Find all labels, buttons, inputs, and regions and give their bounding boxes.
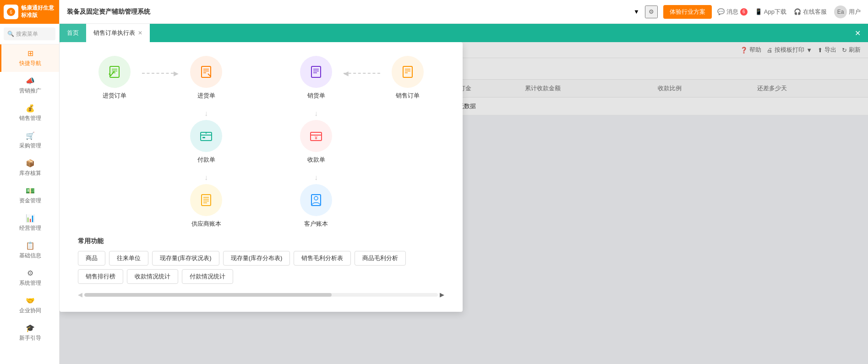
search-menu-button[interactable]: 🔍 搜索菜单 bbox=[4, 27, 55, 40]
func-buttons: 商品 往来单位 现存量(库存状况表) 现存量(库存分布表) 销售毛利分析表 商品… bbox=[78, 251, 444, 266]
system-dropdown[interactable]: ▼ bbox=[633, 8, 639, 15]
func-btn-sales-profit[interactable]: 销售毛利分析表 bbox=[294, 251, 351, 266]
tab-close-icon[interactable]: ✕ bbox=[138, 30, 142, 36]
sidebar-item-purchase[interactable]: 🛒 采购管理 bbox=[0, 127, 59, 154]
header-actions: 💬 消息 6 📱 App下载 🎧 在线客服 Ea 用户 bbox=[717, 5, 861, 18]
app-download-action[interactable]: 📱 App下载 bbox=[755, 8, 786, 16]
sidebar: 6 畅康通好生意 标准版 🔍 搜索菜单 ⊞ 快捷导航 📣 营销推广 💰 bbox=[0, 0, 60, 364]
inventory-icon: 📦 bbox=[26, 159, 35, 168]
logo-icon: 6 bbox=[4, 5, 18, 19]
service-icon: 🎧 bbox=[794, 8, 801, 15]
down-arrow-supplier: ↓ bbox=[204, 171, 208, 184]
func-btn-inventory-status[interactable]: 现存量(库存状况表) bbox=[152, 251, 219, 266]
marketing-icon: 📣 bbox=[26, 76, 35, 85]
sidebar-item-system[interactable]: ⚙ 系统管理 bbox=[0, 264, 59, 292]
message-badge: 6 bbox=[740, 8, 748, 16]
customer-ledger-icon bbox=[300, 184, 332, 216]
scroll-indicator: ◀ ▶ bbox=[78, 291, 444, 298]
col-payment: ↓ ¥ 付款单 bbox=[179, 107, 234, 164]
search-icon: 🔍 bbox=[7, 31, 14, 37]
purchase-bill-icon bbox=[190, 56, 222, 88]
func-btn-payment-stats[interactable]: 付款情况统计 bbox=[182, 269, 233, 284]
sidebar-item-enterprise[interactable]: 🤝 企业协同 bbox=[0, 292, 59, 319]
arrow-2 bbox=[344, 73, 380, 74]
sidebar-item-sales[interactable]: 💰 销售管理 bbox=[0, 99, 59, 127]
newbie-icon: 🎓 bbox=[26, 324, 35, 332]
down-arrow-payment: ↓ bbox=[204, 107, 208, 120]
online-service-action[interactable]: 🎧 在线客服 bbox=[794, 8, 827, 16]
flow-node-receipt[interactable]: ¥ 收款单 bbox=[289, 120, 344, 164]
sales-bill-label: 销货单 bbox=[307, 92, 325, 100]
message-action[interactable]: 💬 消息 6 bbox=[717, 8, 748, 16]
flow-node-sales-bill[interactable]: 销货单 bbox=[289, 56, 344, 100]
quick-nav-icon: ⊞ bbox=[27, 49, 33, 58]
payment-icon: ¥ bbox=[190, 120, 222, 152]
down-arrow-receipt: ↓ bbox=[314, 107, 318, 120]
func-btn-product[interactable]: 商品 bbox=[78, 251, 105, 266]
func-btn-inventory-dist[interactable]: 现存量(库存分布表) bbox=[223, 251, 290, 266]
basic-info-icon: 📋 bbox=[26, 241, 35, 250]
trial-button[interactable]: 体验行业方案 bbox=[663, 5, 712, 19]
func-btn-sales-rank[interactable]: 销售排行榜 bbox=[78, 269, 123, 284]
flow-node-payment[interactable]: ¥ 付款单 bbox=[179, 120, 234, 164]
supplier-ledger-label: 供应商账本 bbox=[191, 220, 221, 228]
purchase-bill-label: 进货单 bbox=[197, 92, 215, 100]
sales-order-label: 销售订单 bbox=[396, 92, 420, 100]
tab-sales-order-exec[interactable]: 销售订单执行表 ✕ bbox=[86, 24, 150, 42]
scroll-left-icon[interactable]: ◀ bbox=[78, 291, 82, 298]
svg-rect-26 bbox=[202, 195, 211, 206]
svg-text:¥: ¥ bbox=[205, 131, 207, 135]
sidebar-item-quick-nav[interactable]: ⊞ 快捷导航 bbox=[0, 44, 59, 72]
svg-point-32 bbox=[314, 196, 318, 200]
flow-node-purchase-bill[interactable]: 进货单 bbox=[179, 56, 234, 100]
svg-rect-15 bbox=[403, 66, 412, 77]
scroll-right-icon[interactable]: ▶ bbox=[440, 291, 444, 298]
system-title: 装备及固定资产辅助管理系统 bbox=[67, 8, 628, 16]
common-functions: 常用功能 商品 往来单位 现存量(库存状况表) 现存量(库存分布表) 销售毛利分… bbox=[78, 237, 444, 284]
svg-rect-21 bbox=[202, 137, 205, 138]
settings-button[interactable]: ⚙ bbox=[645, 5, 658, 18]
arrow-1: ▶ bbox=[142, 70, 179, 77]
enterprise-icon: 🤝 bbox=[26, 296, 35, 305]
system-icon: ⚙ bbox=[27, 269, 33, 277]
sidebar-item-finance[interactable]: 💵 资金管理 bbox=[0, 182, 59, 209]
tab-home[interactable]: 首页 bbox=[60, 24, 86, 42]
svg-rect-2 bbox=[110, 66, 119, 77]
logo-text: 畅康通好生意 标准版 bbox=[21, 5, 54, 19]
scroll-track[interactable] bbox=[84, 293, 438, 297]
dropdown-arrow-icon: ▼ bbox=[633, 8, 639, 15]
func-btn-receipt-stats[interactable]: 收款情况统计 bbox=[127, 269, 178, 284]
sidebar-item-newbie[interactable]: 🎓 新手引导 bbox=[0, 319, 59, 347]
col-customer: ↓ 客户账本 bbox=[289, 171, 344, 228]
flow-node-customer-ledger[interactable]: 客户账本 bbox=[289, 184, 344, 228]
content-area: ❓ 帮助 🖨 按模板打印 ▼ ⬆ 导出 ↻ 刷新 bbox=[60, 42, 868, 364]
user-avatar: Ea bbox=[834, 5, 847, 18]
flow-node-sales-order[interactable]: 销售订单 bbox=[380, 56, 435, 100]
flow-node-supplier-ledger[interactable]: 供应商账本 bbox=[179, 184, 234, 228]
message-icon: 💬 bbox=[717, 8, 725, 15]
purchase-icon: 🛒 bbox=[26, 131, 35, 140]
purchase-order-icon bbox=[98, 56, 131, 88]
sidebar-item-inventory[interactable]: 📦 库存核算 bbox=[0, 154, 59, 182]
payment-label: 付款单 bbox=[197, 156, 215, 164]
sales-bill-icon bbox=[300, 56, 332, 88]
sidebar-item-marketing[interactable]: 📣 营销推广 bbox=[0, 72, 59, 99]
col-receipt: ↓ ¥ 收款单 bbox=[289, 107, 344, 164]
sales-icon: 💰 bbox=[26, 104, 35, 113]
main-area: 装备及固定资产辅助管理系统 ▼ ⚙ 体验行业方案 💬 消息 6 📱 App下载 … bbox=[60, 0, 868, 364]
flow-diagram: 进货订单 ▶ 进货单 bbox=[78, 56, 444, 228]
sidebar-item-basic-info[interactable]: 📋 基础信息 bbox=[0, 237, 59, 264]
flow-row-1: 进货订单 ▶ 进货单 bbox=[78, 56, 444, 100]
tab-bar: 首页 销售订单执行表 ✕ ✕ bbox=[60, 24, 868, 42]
func-btn-partner[interactable]: 往来单位 bbox=[109, 251, 148, 266]
svg-text:¥: ¥ bbox=[314, 136, 317, 141]
func-btn-product-profit[interactable]: 商品毛利分析 bbox=[355, 251, 406, 266]
user-action[interactable]: Ea 用户 bbox=[834, 5, 861, 18]
tab-bar-close-button[interactable]: ✕ bbox=[847, 29, 868, 38]
flow-node-purchase-order[interactable]: 进货订单 bbox=[87, 56, 142, 100]
common-funcs-title: 常用功能 bbox=[78, 237, 444, 245]
sidebar-item-operations[interactable]: 📊 经营管理 bbox=[0, 209, 59, 237]
customer-ledger-label: 客户账本 bbox=[304, 220, 328, 228]
top-header: 装备及固定资产辅助管理系统 ▼ ⚙ 体验行业方案 💬 消息 6 📱 App下载 … bbox=[60, 0, 868, 24]
svg-text:6: 6 bbox=[10, 10, 12, 15]
